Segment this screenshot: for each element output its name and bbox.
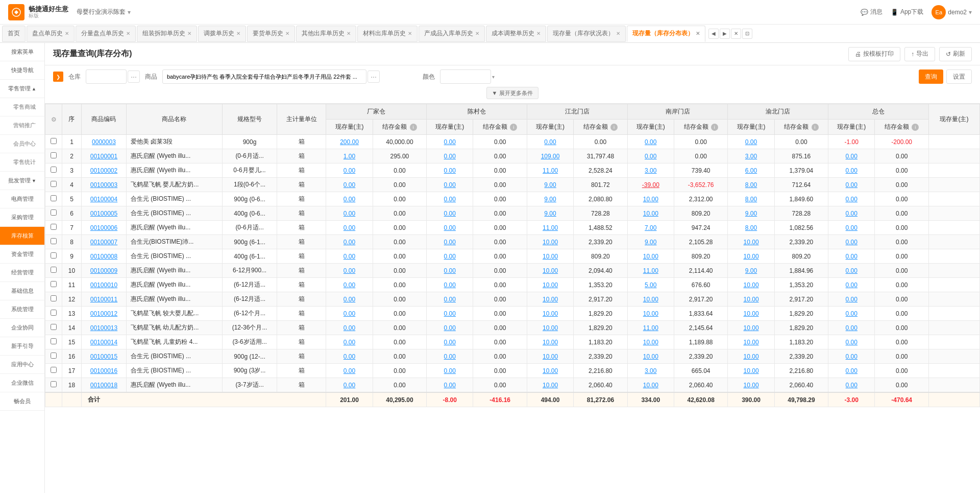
cell-code[interactable]: 00100007: [81, 235, 126, 249]
cell-t-qty[interactable]: 0.00: [828, 192, 875, 206]
cell-f-qty[interactable]: 0.00: [326, 278, 373, 292]
filter-toggle-btn[interactable]: ❯: [53, 72, 63, 82]
cell-checkbox[interactable]: [45, 292, 62, 307]
cell-f-qty[interactable]: 0.00: [326, 378, 373, 393]
cell-yb-qty[interactable]: 8.00: [728, 221, 774, 235]
cell-checkbox[interactable]: [45, 364, 62, 378]
cell-yb-qty[interactable]: 3.00: [728, 149, 774, 163]
cell-code[interactable]: 00100010: [81, 278, 126, 292]
cell-jb-qty[interactable]: 0.00: [527, 135, 573, 149]
cell-c-qty[interactable]: 0.00: [427, 292, 473, 307]
tab-other-out[interactable]: 其他出库单历史 ✕: [296, 26, 356, 42]
sidebar-item-operations[interactable]: 经营管理: [0, 264, 44, 282]
cell-code[interactable]: 00100014: [81, 335, 126, 349]
cell-jb-qty[interactable]: 11.00: [527, 163, 573, 178]
cell-code[interactable]: 00100006: [81, 221, 126, 235]
cell-t-qty[interactable]: 0.00: [828, 264, 875, 278]
cell-code[interactable]: 00100002: [81, 163, 126, 178]
expand-conditions-btn[interactable]: ▼ 展开更多条件: [486, 87, 539, 99]
tab-close-icon[interactable]: ✕: [285, 31, 289, 36]
gear-icon[interactable]: ⚙: [50, 115, 58, 124]
cell-na-qty[interactable]: 10.00: [627, 192, 674, 206]
info-icon[interactable]: i: [812, 124, 819, 131]
cell-checkbox[interactable]: [45, 278, 62, 292]
tab-close-icon[interactable]: ✕: [536, 31, 541, 36]
tab-split-stock[interactable]: 分量盘点单历史 ✕: [76, 26, 136, 42]
cell-yb-qty[interactable]: 9.00: [728, 264, 774, 278]
cell-c-qty[interactable]: 0.00: [427, 206, 473, 221]
tab-expand-btn[interactable]: ⊡: [742, 29, 752, 39]
cell-jb-qty[interactable]: 10.00: [527, 321, 573, 335]
cell-jb-qty[interactable]: 109.00: [527, 149, 573, 163]
cell-checkbox[interactable]: [45, 349, 62, 364]
cell-c-qty[interactable]: 0.00: [427, 278, 473, 292]
cell-checkbox[interactable]: [45, 264, 62, 278]
tab-order[interactable]: 要货单历史 ✕: [247, 26, 295, 42]
cell-code[interactable]: 00100015: [81, 349, 126, 364]
cell-f-qty[interactable]: 0.00: [326, 235, 373, 249]
cell-checkbox[interactable]: [45, 178, 62, 192]
cell-t-qty[interactable]: 0.00: [828, 163, 875, 178]
cell-t-qty[interactable]: 0.00: [828, 364, 875, 378]
cell-checkbox[interactable]: [45, 235, 62, 249]
print-btn[interactable]: 🖨按模板打印: [848, 47, 900, 61]
tab-stock-status[interactable]: 现存量（库存状况表） ✕: [547, 26, 626, 42]
tab-close-all-btn[interactable]: ✕: [731, 29, 741, 39]
sidebar-item-newbie[interactable]: 新手引导: [0, 337, 44, 356]
cell-yb-qty[interactable]: 10.00: [728, 307, 774, 321]
cell-code[interactable]: 00100004: [81, 192, 126, 206]
cell-na-qty[interactable]: 11.00: [627, 264, 674, 278]
warehouse-dots-btn[interactable]: ···: [128, 71, 140, 83]
cell-jb-qty[interactable]: 9.00: [527, 178, 573, 192]
sidebar-item-collab[interactable]: 企业协同: [0, 319, 44, 337]
tab-close-icon[interactable]: ✕: [347, 31, 351, 36]
cell-f-qty[interactable]: 0.00: [326, 178, 373, 192]
app-download-btn[interactable]: 📱 App下载: [891, 8, 923, 16]
tab-cost-adjust[interactable]: 成本调整单历史 ✕: [486, 26, 546, 42]
cell-checkbox[interactable]: [45, 135, 62, 149]
cell-code[interactable]: 00100012: [81, 307, 126, 321]
cell-yb-qty[interactable]: 10.00: [728, 278, 774, 292]
tab-home[interactable]: 首页: [2, 26, 26, 42]
cell-jb-qty[interactable]: 9.00: [527, 206, 573, 221]
cell-t-qty[interactable]: 0.00: [828, 278, 875, 292]
cell-c-qty[interactable]: 0.00: [427, 349, 473, 364]
cell-c-qty[interactable]: 0.00: [427, 335, 473, 349]
query-btn[interactable]: 查询: [919, 69, 943, 84]
cell-t-qty[interactable]: 0.00: [828, 321, 875, 335]
cell-f-qty[interactable]: 0.00: [326, 163, 373, 178]
sidebar-item-wholesale[interactable]: 批发管理 ▼: [0, 172, 44, 190]
cell-yb-qty[interactable]: 10.00: [728, 235, 774, 249]
cell-t-qty[interactable]: 0.00: [828, 349, 875, 364]
tab-close-icon[interactable]: ✕: [65, 31, 69, 36]
sidebar-item-apps[interactable]: 应用中心: [0, 356, 44, 374]
cell-jb-qty[interactable]: 9.00: [527, 192, 573, 206]
cell-t-qty[interactable]: 0.00: [828, 149, 875, 163]
tab-close-icon[interactable]: ✕: [475, 31, 479, 36]
cell-f-qty[interactable]: 0.00: [326, 264, 373, 278]
tab-close-icon[interactable]: ✕: [408, 31, 412, 36]
cell-checkbox[interactable]: [45, 321, 62, 335]
cell-checkbox[interactable]: [45, 149, 62, 163]
cell-yb-qty[interactable]: 8.00: [728, 192, 774, 206]
cell-code[interactable]: 00100003: [81, 178, 126, 192]
cell-jb-qty[interactable]: 10.00: [527, 349, 573, 364]
cell-jb-qty[interactable]: 10.00: [527, 249, 573, 264]
info-icon[interactable]: i: [510, 124, 517, 131]
cell-jb-qty[interactable]: 10.00: [527, 278, 573, 292]
sidebar-item-search[interactable]: 搜索英单: [0, 43, 44, 61]
cell-c-qty[interactable]: 0.00: [427, 135, 473, 149]
cell-f-qty[interactable]: 1.00: [326, 149, 373, 163]
cell-t-qty[interactable]: 0.00: [828, 178, 875, 192]
cell-na-qty[interactable]: 10.00: [627, 335, 674, 349]
tab-product-in[interactable]: 产成品入库单历史 ✕: [419, 26, 485, 42]
tab-stock-history[interactable]: 盘点单历史 ✕: [27, 26, 75, 42]
cell-t-qty[interactable]: 0.00: [828, 235, 875, 249]
cell-yb-qty[interactable]: 8.00: [728, 178, 774, 192]
cell-code[interactable]: 00100009: [81, 264, 126, 278]
cell-code[interactable]: 0000003: [81, 135, 126, 149]
info-icon[interactable]: i: [410, 124, 417, 131]
cell-code[interactable]: 00100008: [81, 249, 126, 264]
cell-code[interactable]: 00100013: [81, 321, 126, 335]
cell-yb-qty[interactable]: 9.00: [728, 206, 774, 221]
